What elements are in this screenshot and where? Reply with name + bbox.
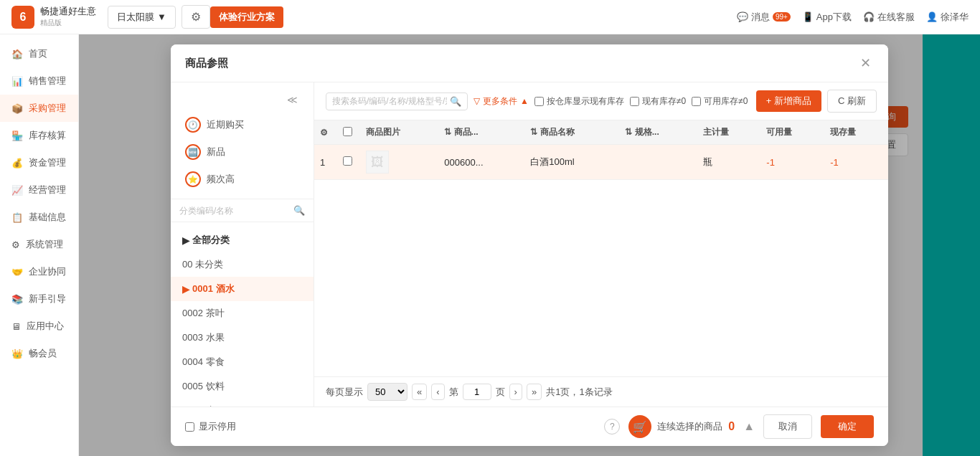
product-reference-modal: 商品参照 ✕ ≪ 🕐 近期购买: [171, 44, 888, 446]
clock-icon: 🕐: [185, 117, 201, 133]
nav-dropdown[interactable]: 日太阳膜 ▼: [108, 6, 176, 29]
sidebar-label-apps: 应用中心: [27, 320, 64, 333]
user-icon: 👤: [926, 11, 938, 22]
app-download-item[interactable]: 📱 App下载: [802, 11, 852, 24]
show-disabled-checkbox[interactable]: [185, 422, 194, 432]
sidebar-item-apps[interactable]: 🖥 应用中心: [0, 313, 78, 340]
row-available: -1: [760, 145, 824, 180]
filter-label: 更多条件: [483, 95, 517, 108]
confirm-button[interactable]: 确定: [821, 415, 874, 438]
next-page-button[interactable]: ›: [509, 384, 522, 400]
category-fruit[interactable]: 0003 水果: [171, 326, 314, 350]
available-ne-checkbox-label[interactable]: 可用库存≠0: [692, 95, 748, 108]
col-unit: 主计量: [697, 120, 761, 145]
category-beverage[interactable]: 0005 饮料: [171, 374, 314, 399]
finance-icon: 💰: [11, 158, 23, 168]
sidebar-item-member[interactable]: 👑 畅会员: [0, 340, 78, 367]
help-button[interactable]: ?: [604, 419, 620, 434]
col-name[interactable]: ⇅ 商品名称: [524, 120, 619, 145]
category-water[interactable]: 0008 水: [171, 399, 314, 407]
row-index: 1: [314, 145, 337, 180]
cancel-button[interactable]: 取消: [763, 414, 812, 439]
prev-page-button[interactable]: ‹: [431, 384, 444, 400]
category-search-row: 🔍: [171, 199, 314, 222]
warehouse-checkbox-label[interactable]: 按仓库显示现有库存: [534, 95, 624, 108]
stock-ne-checkbox-label[interactable]: 现有库存≠0: [630, 95, 686, 108]
frequent-item[interactable]: ⭐ 频次高: [179, 167, 305, 191]
select-all-checkbox[interactable]: [343, 127, 352, 136]
category-liquor-arrow: ▶: [182, 284, 189, 295]
footer-collapse-button[interactable]: ▲: [743, 420, 755, 433]
headset-icon: 🎧: [863, 11, 875, 22]
category-all[interactable]: ▶ 全部分类: [171, 228, 314, 252]
category-liquor[interactable]: ▶ 0001 酒水: [171, 277, 314, 301]
sidebar-item-finance[interactable]: 💰 资金管理: [0, 149, 78, 176]
chevron-down-icon: ▼: [157, 11, 166, 22]
modal-right-panel: 🔍 ▽ 更多条件 ▲ 按仓库显示现有库存: [314, 82, 888, 407]
category-unclassified[interactable]: 00 未分类: [171, 252, 314, 277]
category-tea[interactable]: 0002 茶叶: [171, 301, 314, 326]
category-search-input[interactable]: [179, 206, 291, 216]
available-ne-checkbox[interactable]: [692, 97, 701, 106]
modal-header: 商品参照 ✕: [171, 44, 888, 82]
col-code[interactable]: ⇅ 商品...: [438, 120, 524, 145]
gear-button[interactable]: ⚙: [182, 5, 210, 29]
first-page-button[interactable]: «: [412, 384, 427, 400]
last-page-button[interactable]: »: [527, 384, 542, 400]
modal-close-button[interactable]: ✕: [857, 54, 874, 72]
toolbar-right: + 新增商品 C 刷新: [756, 90, 877, 113]
sidebar-item-basic[interactable]: 📋 基础信息: [0, 204, 78, 231]
message-item[interactable]: 💬 消息 99+: [737, 11, 791, 24]
user-name: 徐泽华: [941, 11, 969, 24]
col-image: 商品图片: [360, 120, 438, 145]
sales-icon: 📊: [11, 76, 23, 87]
warehouse-checkbox-label-text: 按仓库显示现有库存: [547, 95, 624, 108]
search-icon[interactable]: 🔍: [293, 205, 305, 216]
guide-icon: 📚: [11, 294, 23, 305]
per-page-select[interactable]: 50 100: [367, 383, 407, 401]
sidebar-item-home[interactable]: 🏠 首页: [0, 40, 78, 67]
stock-ne-checkbox[interactable]: [630, 97, 639, 106]
sidebar-item-guide[interactable]: 📚 新手引导: [0, 285, 78, 313]
sidebar-item-enterprise[interactable]: 🤝 企业协同: [0, 258, 78, 285]
col-stock: 现存量: [824, 120, 888, 145]
product-search-input[interactable]: [332, 96, 447, 106]
warehouse-checkbox[interactable]: [534, 97, 544, 106]
sidebar-item-system[interactable]: ⚙ 系统管理: [0, 231, 78, 258]
service-item[interactable]: 🎧 在线客服: [863, 11, 915, 24]
star-icon: ⭐: [185, 171, 201, 187]
new-product-item[interactable]: 🆕 新品: [179, 140, 305, 164]
add-product-button[interactable]: + 新增商品: [756, 90, 821, 112]
search-icon[interactable]: 🔍: [450, 96, 461, 107]
sidebar-label-basic: 基础信息: [29, 211, 66, 224]
frequent-label: 频次高: [207, 173, 235, 186]
category-snack[interactable]: 0004 零食: [171, 350, 314, 374]
recent-purchase-item[interactable]: 🕐 近期购买: [179, 113, 305, 137]
modal-title: 商品参照: [185, 57, 228, 70]
sidebar-label-purchase: 采购管理: [29, 102, 66, 115]
row-spec: [619, 145, 697, 180]
page-label-text: 第: [449, 386, 458, 399]
sidebar-item-inventory[interactable]: 🏪 库存核算: [0, 122, 78, 149]
cart-icon-button[interactable]: 🛒: [628, 415, 651, 438]
mobile-icon: 📱: [802, 11, 814, 22]
page-number-input[interactable]: [463, 384, 491, 400]
refresh-button[interactable]: C 刷新: [827, 90, 877, 113]
col-settings[interactable]: ⚙: [314, 120, 337, 145]
table-row[interactable]: 1 🖼 000600... 白酒100ml 瓶: [314, 145, 888, 180]
top-nav: 6 畅捷通好生意 精品版 日太阳膜 ▼ ⚙ 体验行业方案 💬 消息 99+ 📱 …: [0, 0, 980, 34]
new-product-label: 新品: [207, 146, 225, 158]
user-item[interactable]: 👤 徐泽华: [926, 11, 969, 24]
row-checkbox[interactable]: [343, 156, 352, 166]
more-filter-button[interactable]: ▽ 更多条件 ▲: [473, 95, 529, 108]
logo-text: 畅捷通好生意: [40, 6, 96, 18]
sidebar-item-sales[interactable]: 📊 销售管理: [0, 67, 78, 95]
trial-button[interactable]: 体验行业方案: [210, 6, 283, 28]
collapse-left-button[interactable]: ≪: [285, 92, 299, 107]
sidebar-label-enterprise: 企业协同: [29, 265, 66, 278]
basic-icon: 📋: [11, 212, 23, 223]
sidebar-item-operations[interactable]: 📈 经营管理: [0, 176, 78, 204]
col-spec[interactable]: ⇅ 规格...: [619, 120, 697, 145]
show-disabled-label[interactable]: 显示停用: [185, 420, 236, 433]
sidebar-item-purchase[interactable]: 📦 采购管理: [0, 95, 78, 122]
